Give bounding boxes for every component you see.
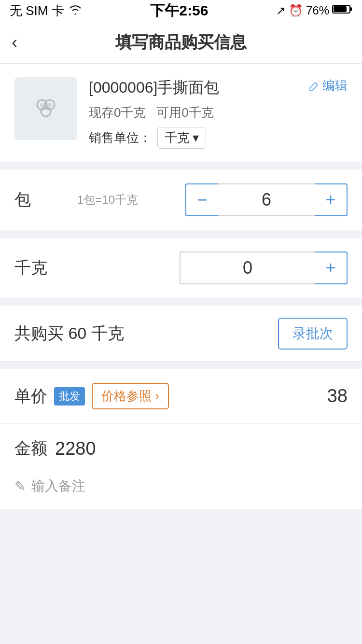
product-stock: 现存0千克 可用0千克 [89,104,348,121]
edit-label: 编辑 [322,77,348,94]
nav-bar: ‹ 填写商品购买信息 [0,21,362,64]
amount-label: 金额 [14,437,47,460]
spacer [0,509,362,644]
svg-point-7 [48,103,52,107]
back-button[interactable]: ‹ [12,32,17,53]
batch-tag: 批发 [54,387,85,406]
pencil-icon: ✎ [14,478,26,494]
note-placeholder: 输入备注 [31,477,85,495]
product-card: [0000006]手撕面包 编辑 现存0千克 可用0千克 销售单位： 千克 ▾ [0,64,362,162]
price-row: 单价 批发 价格参照 › 38 [0,369,362,423]
kilograms-increase-button[interactable]: + [315,252,348,284]
record-batch-button[interactable]: 录批次 [278,318,348,350]
svg-rect-1 [350,7,352,11]
amount-section: 金额 2280 ✎ 输入备注 [0,424,362,509]
product-info: [0000006]手撕面包 编辑 现存0千克 可用0千克 销售单位： 千克 ▾ [89,77,348,149]
unit-selector[interactable]: 千克 ▾ [157,127,206,149]
battery-icon [332,4,352,17]
packaging-hint: 1包=10千克 [77,192,185,208]
status-carrier: 无 SIM 卡 [10,2,83,19]
total-row: 共购买 60 千克 录批次 [0,306,362,362]
kilograms-section: 千克 + [0,238,362,298]
svg-point-6 [40,103,44,107]
note-row[interactable]: ✎ 输入备注 [14,469,348,509]
status-icons: ↗ ⏰ 76% [276,4,352,17]
alarm-icon: ⏰ [289,4,303,17]
kilograms-row: 千克 + [0,238,362,298]
carrier-text: 无 SIM 卡 [10,2,64,19]
amount-row: 金额 2280 [14,437,348,460]
packaging-decrease-button[interactable]: − [185,183,218,216]
packaging-label: 包 [14,189,72,211]
product-name: [0000006]手撕面包 [89,77,219,98]
location-icon: ↗ [276,4,286,17]
total-label: 共购买 60 千克 [14,322,124,345]
kilograms-qty-control: + [180,252,348,284]
packaging-qty-control: − + [185,183,348,216]
packaging-row: 包 1包=10千克 − + [0,170,362,230]
amount-value: 2280 [55,438,96,459]
price-ref-button[interactable]: 价格参照 › [92,383,169,409]
wifi-icon [68,3,83,18]
product-unit-row: 销售单位： 千克 ▾ [89,127,348,149]
packaging-qty-input[interactable] [218,183,315,216]
packaging-increase-button[interactable]: + [315,183,348,216]
chevron-down-icon: ▾ [193,130,199,145]
edit-button[interactable]: 编辑 [309,77,348,94]
status-time: 下午2:56 [150,1,208,21]
nav-title: 填写商品购买信息 [115,31,247,54]
price-label-group: 单价 批发 价格参照 › [14,383,169,409]
status-bar: 无 SIM 卡 下午2:56 ↗ ⏰ 76% [0,0,362,21]
svg-rect-2 [334,6,347,12]
kilograms-qty-input[interactable] [180,252,315,284]
price-label: 单价 [14,385,47,407]
back-icon: ‹ [12,32,17,53]
packaging-section: 包 1包=10千克 − + [0,170,362,230]
product-image [14,77,77,140]
battery-text: 76% [306,4,329,17]
kilograms-label: 千克 [14,257,72,279]
price-value: 38 [327,386,348,406]
price-section: 单价 批发 价格参照 › 38 [0,362,362,424]
